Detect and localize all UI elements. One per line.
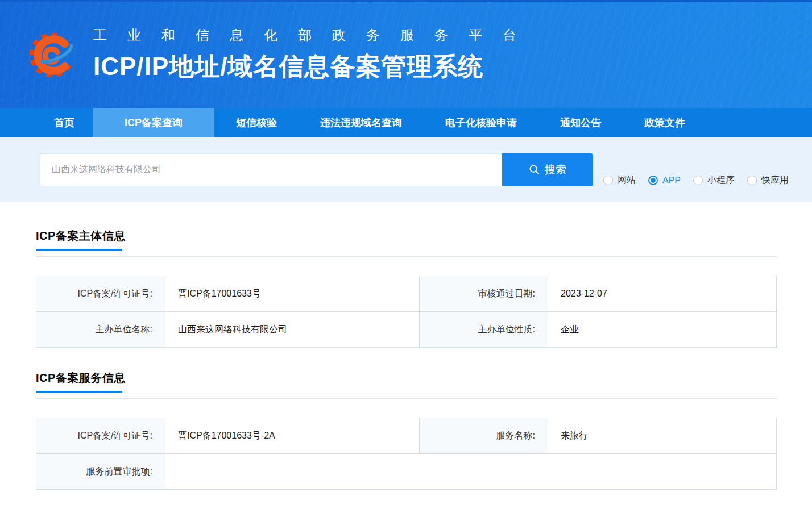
service-name-label: 服务名称: <box>420 418 548 454</box>
title-underline <box>36 391 122 393</box>
subject-section-title: ICP备案主体信息 <box>36 228 776 244</box>
icp-license-label: ICP备案/许可证号: <box>36 276 165 312</box>
service-license-value: 晋ICP备17001633号-2A <box>165 418 420 454</box>
radio-website[interactable]: 网站 <box>603 174 636 186</box>
nav-item-icp-query[interactable]: ICP备案查询 <box>93 108 214 137</box>
service-section-title: ICP备案服务信息 <box>36 370 776 386</box>
search-type-radios: 网站 APP 小程序 快应用 <box>603 174 789 186</box>
service-license-label: ICP备案/许可证号: <box>36 418 165 454</box>
icp-license-value: 晋ICP备17001633号 <box>165 276 420 312</box>
radio-website-label: 网站 <box>618 174 636 186</box>
radio-circle-icon <box>648 176 658 185</box>
service-info-table: ICP备案/许可证号: 晋ICP备17001633号-2A 服务名称: 来旅行 … <box>36 418 777 490</box>
search-icon <box>529 164 540 175</box>
service-name-value: 来旅行 <box>548 418 777 454</box>
table-row: 服务前置审批项: <box>36 454 777 490</box>
radio-miniprogram-label: 小程序 <box>707 174 735 186</box>
org-name-label: 主办单位名称: <box>36 312 165 348</box>
search-button-label: 搜索 <box>545 162 566 177</box>
radio-circle-icon <box>603 176 613 185</box>
nav-item-illegal-domain[interactable]: 违法违规域名查询 <box>299 108 424 137</box>
service-info-section: ICP备案服务信息 ICP备案/许可证号: 晋ICP备17001633号-2A … <box>36 370 776 490</box>
radio-app[interactable]: APP <box>648 176 681 186</box>
subject-info-section: ICP备案主体信息 ICP备案/许可证号: 晋ICP备17001633号 审核通… <box>36 228 776 348</box>
radio-miniprogram[interactable]: 小程序 <box>693 174 735 186</box>
nav-item-policy-files[interactable]: 政策文件 <box>623 108 707 137</box>
org-nature-label: 主办单位性质: <box>420 312 548 348</box>
radio-circle-icon <box>747 176 757 185</box>
section-divider <box>36 398 776 399</box>
main-content: ICP备案主体信息 ICP备案/许可证号: 晋ICP备17001633号 审核通… <box>0 202 812 490</box>
table-row: ICP备案/许可证号: 晋ICP备17001633号 审核通过日期: 2023-… <box>36 276 777 312</box>
system-title: ICP/IP地址/域名信息备案管理系统 <box>93 50 537 84</box>
search-input[interactable] <box>40 153 502 186</box>
nav-item-sms-verify[interactable]: 短信核验 <box>214 108 299 137</box>
approve-date-value: 2023-12-07 <box>548 276 777 312</box>
approve-date-label: 审核通过日期: <box>420 276 548 312</box>
nav-item-notices[interactable]: 通知公告 <box>538 108 623 137</box>
table-row: 主办单位名称: 山西来这网络科技有限公司 主办单位性质: 企业 <box>36 312 777 348</box>
radio-quickapp[interactable]: 快应用 <box>747 174 789 186</box>
subject-info-table: ICP备案/许可证号: 晋ICP备17001633号 审核通过日期: 2023-… <box>36 276 777 348</box>
search-section: 搜索 网站 APP 小程序 快应用 <box>0 137 812 202</box>
title-underline <box>36 249 122 251</box>
page-header: 工业和信息化部政务服务平台 ICP/IP地址/域名信息备案管理系统 <box>0 0 812 108</box>
table-row: ICP备案/许可证号: 晋ICP备17001633号-2A 服务名称: 来旅行 <box>36 418 777 454</box>
pre-approval-value <box>165 454 777 490</box>
org-nature-value: 企业 <box>548 312 777 348</box>
radio-circle-icon <box>693 176 703 185</box>
org-name-value: 山西来这网络科技有限公司 <box>165 312 420 348</box>
pre-approval-label: 服务前置审批项: <box>36 454 165 490</box>
platform-title: 工业和信息化部政务服务平台 <box>93 26 537 44</box>
miit-gear-logo-icon <box>28 28 75 82</box>
section-divider <box>36 256 776 257</box>
nav-item-e-verify-apply[interactable]: 电子化核验申请 <box>424 108 538 137</box>
search-button[interactable]: 搜索 <box>502 153 593 186</box>
radio-app-label: APP <box>662 176 681 186</box>
main-nav: 首页 ICP备案查询 短信核验 违法违规域名查询 电子化核验申请 通知公告 政策… <box>0 108 812 137</box>
nav-item-home[interactable]: 首页 <box>36 108 93 137</box>
radio-quickapp-label: 快应用 <box>761 174 789 186</box>
